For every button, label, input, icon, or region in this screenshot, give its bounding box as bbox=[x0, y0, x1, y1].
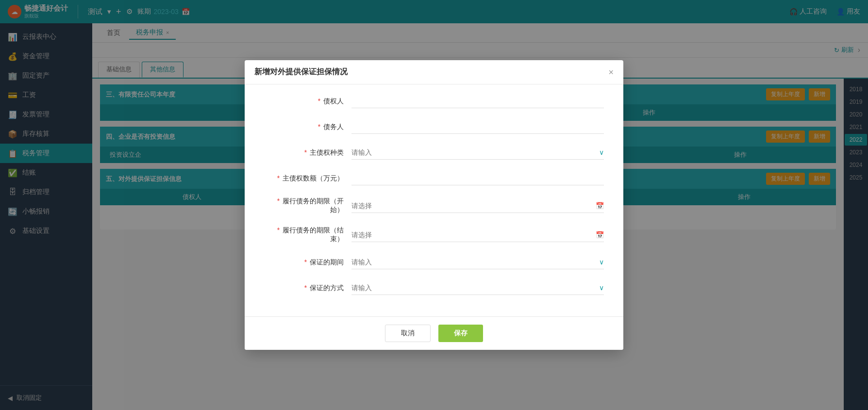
label-debt-amount-text: 主债权数额（万元） bbox=[283, 174, 344, 182]
req-date-start: * bbox=[277, 197, 280, 205]
label-debtor-text: 债务人 bbox=[323, 123, 344, 131]
label-guarantee-method-text: 保证的方式 bbox=[310, 284, 344, 292]
select-guarantee-method[interactable]: ∨ bbox=[351, 281, 604, 295]
cancel-button[interactable]: 取消 bbox=[385, 325, 431, 342]
label-creditor: * 债权人 bbox=[264, 97, 351, 106]
req-guarantee-method: * bbox=[304, 284, 307, 292]
modal-body: * 债权人 * 债务人 * 主债权种类 bbox=[245, 84, 623, 316]
input-debt-amount[interactable] bbox=[351, 171, 604, 185]
form-row-creditor: * 债权人 bbox=[264, 94, 604, 108]
form-row-date-end: * 履行债务的期限（结束） 📅 bbox=[264, 226, 604, 244]
form-row-debt-type: * 主债权种类 ∨ bbox=[264, 146, 604, 160]
req-creditor: * bbox=[318, 97, 320, 105]
date-picker-end[interactable]: 📅 bbox=[351, 228, 604, 242]
label-debt-amount: * 主债权数额（万元） bbox=[264, 174, 351, 183]
form-row-debt-amount: * 主债权数额（万元） bbox=[264, 171, 604, 185]
chevron-debt-type-icon[interactable]: ∨ bbox=[599, 148, 604, 156]
calendar-start-icon[interactable]: 📅 bbox=[596, 202, 604, 210]
req-debt-type: * bbox=[304, 148, 307, 156]
label-debtor: * 债务人 bbox=[264, 123, 351, 131]
select-guarantee-period-input[interactable] bbox=[351, 258, 599, 266]
req-guarantee-period: * bbox=[304, 258, 307, 266]
form-row-guarantee-period: * 保证的期间 ∨ bbox=[264, 255, 604, 269]
select-debt-type[interactable]: ∨ bbox=[351, 146, 604, 160]
form-row-debtor: * 债务人 bbox=[264, 120, 604, 134]
input-creditor[interactable] bbox=[351, 94, 604, 108]
label-date-start-text: 履行债务的期限（开始） bbox=[283, 197, 344, 213]
label-creditor-text: 债权人 bbox=[323, 97, 344, 105]
req-debt-amount: * bbox=[277, 174, 280, 182]
form-row-date-start: * 履行债务的期限（开始） 📅 bbox=[264, 197, 604, 214]
input-debtor[interactable] bbox=[351, 120, 604, 134]
req-date-end: * bbox=[277, 226, 280, 234]
form-row-guarantee-method: * 保证的方式 ∨ bbox=[264, 281, 604, 295]
label-debt-type: * 主债权种类 bbox=[264, 148, 351, 157]
req-debtor: * bbox=[318, 123, 320, 131]
modal-close-button[interactable]: × bbox=[608, 68, 614, 77]
select-guarantee-method-input[interactable] bbox=[351, 284, 599, 292]
label-date-start: * 履行债务的期限（开始） bbox=[264, 197, 351, 214]
calendar-end-icon[interactable]: 📅 bbox=[596, 231, 604, 239]
modal-footer: 取消 保存 bbox=[245, 316, 623, 350]
date-picker-start[interactable]: 📅 bbox=[351, 199, 604, 213]
label-debt-type-text: 主债权种类 bbox=[310, 148, 344, 156]
select-debt-type-input[interactable] bbox=[351, 148, 599, 156]
label-guarantee-method: * 保证的方式 bbox=[264, 284, 351, 293]
date-start-input[interactable] bbox=[351, 202, 596, 210]
select-guarantee-period[interactable]: ∨ bbox=[351, 255, 604, 269]
save-button[interactable]: 保存 bbox=[438, 325, 483, 342]
modal-dialog: 新增对外提供保证担保情况 × * 债权人 * 债务人 bbox=[245, 60, 623, 350]
label-date-end-text: 履行债务的期限（结束） bbox=[283, 226, 344, 243]
label-guarantee-period: * 保证的期间 bbox=[264, 258, 351, 267]
modal-title: 新增对外提供保证担保情况 bbox=[254, 67, 348, 77]
modal-overlay: 新增对外提供保证担保情况 × * 债权人 * 债务人 bbox=[0, 0, 868, 410]
chevron-guarantee-method-icon[interactable]: ∨ bbox=[599, 284, 604, 292]
modal-header: 新增对外提供保证担保情况 × bbox=[245, 60, 623, 84]
label-date-end: * 履行债务的期限（结束） bbox=[264, 226, 351, 244]
label-guarantee-period-text: 保证的期间 bbox=[310, 258, 344, 266]
date-end-input[interactable] bbox=[351, 231, 596, 239]
chevron-guarantee-period-icon[interactable]: ∨ bbox=[599, 258, 604, 266]
